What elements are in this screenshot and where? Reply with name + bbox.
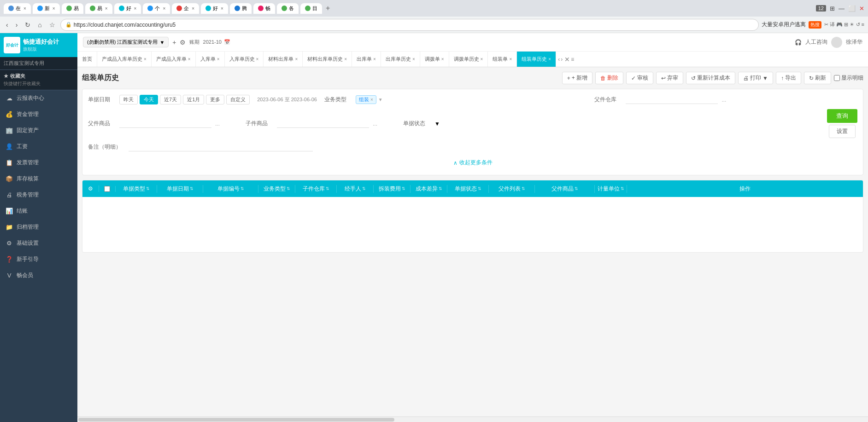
refresh-button[interactable]: ↻ — [23, 20, 33, 29]
show-detail-checkbox[interactable] — [834, 75, 840, 81]
th-handler[interactable]: 经手人 ⇅ — [337, 185, 374, 193]
page-tab-9[interactable]: 调拨单 × — [420, 52, 449, 67]
service-label[interactable]: 人工咨询 — [805, 38, 827, 46]
browser-tab-2[interactable]: 易 — [62, 3, 83, 14]
page-tab-1[interactable]: 产成品入库单历史 × — [97, 52, 152, 67]
parent-warehouse-input[interactable] — [626, 95, 718, 104]
collapse-button[interactable]: ∧ 收起更多条件 — [88, 156, 857, 169]
th-warehouse[interactable]: 子件仓库 ⇅ — [295, 185, 337, 193]
biz-type-tag-close[interactable]: × — [370, 97, 373, 102]
child-goods-more[interactable]: ... — [373, 121, 377, 127]
page-tab-2[interactable]: 产成品入库单 × — [152, 52, 196, 67]
tab-close-5[interactable]: × — [163, 6, 165, 11]
sidebar-item-checkout[interactable]: 📊 结账 — [0, 203, 77, 219]
date-btn-today[interactable]: 今天 — [140, 95, 158, 104]
forward-button[interactable]: › — [13, 20, 20, 29]
company-selector[interactable]: (勿删勿禁用) 江西服宝测试专用 ▼ — [83, 37, 169, 47]
th-checkbox[interactable] — [99, 186, 116, 192]
remark-input[interactable] — [129, 143, 313, 151]
bookmark-button[interactable]: ☆ — [47, 20, 58, 29]
browser-tab-1[interactable]: 新 × — [33, 3, 60, 14]
browser-tab-8[interactable]: 腾 — [230, 3, 252, 14]
page-tab-4-close[interactable]: × — [256, 57, 259, 62]
page-tab-8-close[interactable]: × — [412, 57, 415, 62]
th-warehouse-sort[interactable]: ⇅ — [326, 186, 329, 191]
th-type-sort[interactable]: ⇅ — [146, 186, 150, 191]
browser-tab-10[interactable]: 各 — [277, 3, 299, 14]
th-num[interactable]: 单据编号 ⇅ — [203, 185, 258, 193]
th-unit[interactable]: 计量单位 ⇅ — [595, 185, 627, 193]
sidebar-item-inventory[interactable]: 📦 库存核算 — [0, 171, 77, 187]
refresh-button-action[interactable]: ↻ 刷新 — [804, 72, 831, 84]
page-tab-3-close[interactable]: × — [217, 57, 220, 62]
th-handler-sort[interactable]: ⇅ — [362, 186, 366, 191]
sidebar-item-payroll[interactable]: 👤 工资 — [0, 139, 77, 155]
home-button[interactable]: ⌂ — [35, 20, 44, 29]
th-cost-diff[interactable]: 成本差异 ⇅ — [411, 185, 447, 193]
sidebar-item-fund[interactable]: 💰 资金管理 — [0, 106, 77, 122]
page-tab-12[interactable]: 组装单历史 × — [517, 52, 556, 67]
th-date-sort[interactable]: ⇅ — [190, 186, 194, 191]
th-parent-list-sort[interactable]: ⇅ — [522, 186, 525, 191]
tab-strip-menu[interactable]: ≡ — [571, 56, 574, 63]
th-gear[interactable]: ⚙ — [82, 185, 99, 192]
address-bar[interactable]: 🔒 https://cloud.chanjet.com/accounting/u… — [60, 19, 759, 31]
th-parent-goods-sort[interactable]: ⇅ — [575, 186, 578, 191]
date-btn-custom[interactable]: 自定义 — [226, 95, 250, 104]
browser-tab-0[interactable]: 在 × — [4, 3, 31, 14]
page-tab-11[interactable]: 组装单 × — [488, 52, 517, 67]
browser-tab-3[interactable]: 易 × — [85, 3, 112, 14]
page-tab-8[interactable]: 出库单历史 × — [381, 52, 420, 67]
tab-close-3[interactable]: × — [105, 6, 108, 11]
browser-tab-6[interactable]: 企 × — [172, 3, 199, 14]
abandon-button[interactable]: ↩ 弃审 — [656, 72, 683, 84]
th-biz[interactable]: 业务类型 ⇅ — [258, 185, 295, 193]
print-button[interactable]: 🖨 打印 ▼ — [738, 72, 773, 84]
child-goods-input[interactable] — [277, 119, 369, 128]
browser-tab-11[interactable]: 目 — [300, 3, 322, 14]
th-type[interactable]: 单据类型 ⇅ — [116, 185, 157, 193]
browser-tab-add[interactable]: + — [324, 4, 332, 12]
browser-tab-9[interactable]: 畅 — [253, 3, 275, 14]
parent-goods-input[interactable] — [119, 119, 211, 128]
page-tab-7[interactable]: 出库单 × — [352, 52, 381, 67]
tab-close-1[interactable]: × — [53, 6, 55, 11]
parent-goods-more[interactable]: ... — [215, 121, 220, 127]
biz-type-dropdown[interactable]: ▼ — [378, 97, 383, 102]
page-tab-5-close[interactable]: × — [295, 57, 298, 62]
sidebar-item-cloud-report[interactable]: ☁ 云报表中心 — [0, 90, 77, 106]
parent-warehouse-more[interactable]: ... — [721, 97, 726, 103]
page-tab-4[interactable]: 入库单历史 × — [225, 52, 264, 67]
tab-close-7[interactable]: × — [221, 6, 223, 11]
user-name[interactable]: 徐泽华 — [846, 38, 862, 46]
page-tab-12-close[interactable]: × — [548, 57, 551, 62]
th-status-sort[interactable]: ⇅ — [478, 186, 481, 191]
th-date[interactable]: 单据日期 ⇅ — [157, 185, 203, 193]
add-company-button[interactable]: + — [172, 39, 176, 46]
th-parent-list[interactable]: 父件列表 ⇅ — [489, 185, 535, 193]
query-button[interactable]: 查询 — [827, 109, 857, 123]
page-tab-7-close[interactable]: × — [373, 57, 376, 62]
delete-button[interactable]: 🗑 删除 — [595, 72, 623, 84]
page-tab-2-close[interactable]: × — [188, 57, 191, 62]
add-button[interactable]: + + 新增 — [562, 72, 592, 84]
order-status-dropdown[interactable]: ▼ — [434, 121, 440, 127]
browser-tab-5[interactable]: 个 × — [143, 3, 170, 14]
page-tab-home[interactable]: 首页 — [77, 52, 97, 67]
page-tab-1-close[interactable]: × — [144, 57, 147, 62]
th-num-sort[interactable]: ⇅ — [240, 186, 244, 191]
tab-strip-prev[interactable]: ‹ — [558, 56, 560, 63]
page-tab-10[interactable]: 调拨单历史 × — [449, 52, 488, 67]
tab-strip-next[interactable]: › — [561, 56, 563, 63]
th-disassemble[interactable]: 拆装费用 ⇅ — [374, 185, 411, 193]
show-detail-checkbox-container[interactable]: 显示明细 — [834, 74, 863, 82]
review-button[interactable]: ✓ 审核 — [626, 72, 653, 84]
th-biz-sort[interactable]: ⇅ — [287, 186, 290, 191]
page-tab-5[interactable]: 材料出库单 × — [264, 52, 303, 67]
scrollbar-thumb[interactable] — [78, 418, 394, 422]
date-btn-more[interactable]: 更多 — [206, 95, 224, 104]
page-tab-10-close[interactable]: × — [481, 57, 483, 62]
settings-button[interactable]: 设置 — [829, 125, 856, 138]
select-all-checkbox[interactable] — [104, 186, 110, 192]
sidebar-favorites[interactable]: ★ 收藏夹 快捷键打开收藏夹 — [0, 70, 77, 90]
